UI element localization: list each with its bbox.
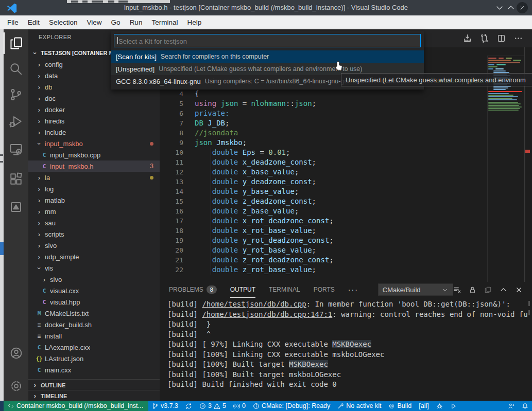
panel-tab-output[interactable]: OUTPUT bbox=[230, 282, 255, 298]
panel-tab-bar: PROBLEMS8OUTPUTTERMINALPORTS···CMake/Bui… bbox=[160, 282, 532, 297]
git-branch-status[interactable]: v3.7.3 bbox=[148, 401, 182, 411]
branch-label: v3.7.3 bbox=[161, 402, 178, 409]
close-panel-icon[interactable] bbox=[515, 286, 523, 294]
tree-item-input_mskbo.cpp[interactable]: Cinput_mskbo.cpp bbox=[28, 149, 160, 160]
tree-item-visual.cxx[interactable]: Cvisual.cxx bbox=[28, 285, 160, 296]
tree-item-la[interactable]: ›la bbox=[28, 172, 160, 183]
quick-pick-input-box[interactable] bbox=[114, 34, 421, 47]
source-control-icon[interactable] bbox=[4, 84, 28, 105]
close-window-button[interactable] bbox=[517, 2, 528, 13]
menu-file[interactable]: File bbox=[3, 15, 23, 29]
tree-item-visual.hpp[interactable]: Cvisual.hpp bbox=[28, 296, 160, 308]
minimap[interactable] bbox=[488, 57, 523, 282]
tree-item-laexample.cxx[interactable]: CLAexample.cxx bbox=[28, 342, 160, 353]
tree-item-matlab[interactable]: ›matlab bbox=[28, 194, 160, 206]
maximize-panel-icon[interactable] bbox=[500, 286, 507, 294]
tree-item-log[interactable]: ›log bbox=[28, 183, 160, 194]
build-button[interactable]: Build bbox=[385, 401, 415, 411]
minimize-icon[interactable] bbox=[495, 4, 504, 12]
panel-more-tabs[interactable]: ··· bbox=[348, 285, 358, 294]
cmake-icon[interactable] bbox=[4, 196, 28, 218]
tree-item-include[interactable]: ›include bbox=[28, 127, 160, 138]
chevron-right-icon: › bbox=[38, 242, 40, 249]
tree-item-sau[interactable]: ›sau bbox=[28, 217, 160, 228]
code-line-5: 5using json = nlohmann::json; bbox=[160, 99, 532, 109]
menu-terminal[interactable]: Terminal bbox=[147, 15, 182, 29]
tree-item-cmakelists.txt[interactable]: MCMakeLists.txt bbox=[28, 308, 160, 319]
timeline-section[interactable]: › TIMELINE bbox=[28, 390, 160, 401]
more-actions-icon[interactable] bbox=[514, 34, 523, 43]
tree-item-doc[interactable]: ›doc bbox=[28, 93, 160, 104]
output-channel-select[interactable]: CMake/Build bbox=[378, 283, 453, 296]
run-debug-icon[interactable] bbox=[4, 111, 28, 132]
error-icon bbox=[199, 403, 206, 409]
tree-item-mm[interactable]: ›mm bbox=[28, 206, 160, 217]
clear-output-icon[interactable] bbox=[453, 286, 461, 294]
output-line: [build] ^ bbox=[160, 330, 532, 340]
output-line: [build] /home/testjson/db/db.cpp: In mem… bbox=[160, 299, 532, 310]
tree-item-docker_build.sh[interactable]: ≡docker_build.sh bbox=[28, 319, 160, 330]
launch-button[interactable] bbox=[447, 401, 460, 411]
ports-status[interactable]: 0 bbox=[230, 401, 249, 411]
settings-icon[interactable] bbox=[4, 375, 28, 397]
output-view[interactable]: [build] /home/testjson/db/db.cpp: In mem… bbox=[160, 297, 532, 401]
split-editor-icon[interactable] bbox=[497, 34, 506, 43]
explorer-icon[interactable] bbox=[4, 32, 28, 54]
panel-tab-problems[interactable]: PROBLEMS8 bbox=[169, 282, 217, 297]
maximize-icon[interactable] bbox=[507, 4, 515, 12]
outline-section[interactable]: › OUTLINE bbox=[28, 379, 160, 390]
install-tray-icon[interactable] bbox=[463, 34, 472, 43]
tree-item-main.cxx[interactable]: Cmain.cxx bbox=[28, 364, 160, 376]
remote-explorer-icon[interactable] bbox=[4, 138, 28, 160]
menu-run[interactable]: Run bbox=[125, 15, 147, 29]
debug-target-button[interactable] bbox=[433, 401, 447, 411]
mouse-cursor bbox=[335, 61, 345, 73]
menu-edit[interactable]: Edit bbox=[23, 15, 44, 29]
tree-item-input_mskbo[interactable]: ›input_mskbo bbox=[28, 138, 160, 149]
tree-item-udp_simple[interactable]: ›udp_simple bbox=[28, 251, 160, 262]
cmake-status[interactable]: CMake: [Debug]: Ready bbox=[249, 401, 334, 411]
open-in-editor-icon[interactable] bbox=[484, 286, 492, 294]
json-file-icon: {} bbox=[35, 355, 43, 362]
compare-arrows-icon[interactable] bbox=[480, 34, 489, 43]
tree-item-sivo[interactable]: ›sivo bbox=[28, 240, 160, 251]
notifications-button[interactable] bbox=[518, 401, 532, 411]
file-link[interactable]: /home/testjson/db/db.cpp:147:1 bbox=[202, 310, 332, 318]
panel-tab-terminal[interactable]: TERMINAL bbox=[269, 282, 300, 297]
file-link[interactable]: /home/testjson/db/db.cpp bbox=[202, 300, 306, 308]
build-target[interactable]: [all] bbox=[415, 401, 432, 411]
kit-selector[interactable]: No active kit bbox=[334, 401, 385, 411]
line-number: 9 bbox=[160, 138, 183, 148]
tree-item-hiredis[interactable]: ›hiredis bbox=[28, 115, 160, 127]
menu-help[interactable]: Help bbox=[182, 15, 206, 29]
panel-tab-ports[interactable]: PORTS bbox=[314, 282, 335, 297]
tree-item-lastruct.json[interactable]: {}LAstruct.json bbox=[28, 353, 160, 364]
menu-selection[interactable]: Selection bbox=[44, 15, 82, 29]
tree-item-sivo[interactable]: ›sivo bbox=[28, 274, 160, 285]
file-label: udp_simple bbox=[45, 253, 79, 261]
menu-go[interactable]: Go bbox=[107, 15, 125, 29]
line-number: 16 bbox=[160, 206, 183, 216]
tree-item-input_mskbo.h[interactable]: Cinput_mskbo.h3 bbox=[28, 160, 160, 172]
problems-status[interactable]: 3 5 bbox=[196, 401, 230, 411]
sync-status[interactable] bbox=[182, 401, 196, 411]
extensions-icon[interactable] bbox=[4, 168, 28, 190]
code-line-9: 9json Jmskbo; bbox=[160, 138, 532, 148]
search-icon[interactable] bbox=[4, 58, 28, 80]
kit-option-tooltip: Unspecified (Let CMake guess what compil… bbox=[341, 73, 532, 86]
tree-item-docker[interactable]: ›docker bbox=[28, 104, 160, 115]
lock-scroll-icon[interactable] bbox=[469, 286, 476, 294]
account-icon[interactable] bbox=[4, 342, 28, 364]
problems-badge: 3 bbox=[150, 163, 153, 170]
close-icon bbox=[519, 5, 525, 11]
feedback-button[interactable] bbox=[504, 401, 518, 411]
tree-item-scripts[interactable]: ›scripts bbox=[28, 228, 160, 240]
code-line-19: 19 double y_rot_deadzone_const; bbox=[160, 236, 532, 245]
kit-search-input[interactable] bbox=[117, 34, 418, 48]
background-window-top-fragment bbox=[67, 0, 170, 3]
tree-item-install[interactable]: ≡install bbox=[28, 330, 160, 342]
remote-indicator[interactable]: Container mskbo_build (/mskbo_build_inst… bbox=[4, 401, 148, 411]
menu-view[interactable]: View bbox=[82, 15, 107, 29]
tree-item-vis[interactable]: ›vis bbox=[28, 262, 160, 274]
kit-option-1[interactable]: [Scan for kits]Search for compilers on t… bbox=[111, 50, 424, 63]
